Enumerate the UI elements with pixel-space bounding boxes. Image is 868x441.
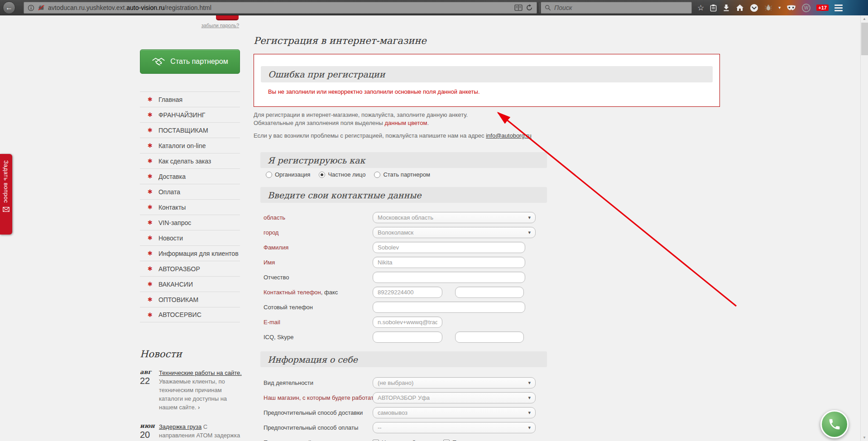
sidebar-item[interactable]: ✱ОПТОВИКАМ <box>140 292 240 307</box>
radio-button[interactable] <box>374 172 380 178</box>
clipboard-icon[interactable] <box>710 4 717 12</box>
notification-badge[interactable]: +17 <box>816 5 829 11</box>
checkbox-option[interactable]: ✓Подтверждение заказов <box>443 439 518 441</box>
gear-icon: ✱ <box>148 173 153 179</box>
menu-hamburger-icon[interactable] <box>834 5 843 11</box>
sidebar-item[interactable]: ✱АВТОРАЗБОР <box>140 261 240 276</box>
sidebar-item[interactable]: ✱VIN-запрос <box>140 215 240 230</box>
radio-button[interactable] <box>266 172 272 178</box>
about-form-rows: Вид деятельности(не выбрано)▾Наш магазин… <box>254 375 720 441</box>
login-button-partial[interactable] <box>216 15 239 20</box>
extension-dropdown-caret[interactable]: ▾ <box>778 5 781 10</box>
search-placeholder: Поиск <box>554 4 572 11</box>
checkbox-option[interactable]: ✓Новости сайта <box>373 439 422 441</box>
ask-question-label: Задать вопрос <box>3 160 10 203</box>
dropdown-select[interactable]: самовывоз▾ <box>373 407 536 418</box>
url-bar[interactable]: avtoducan.ru.yushketov.ext.auto-vision.r… <box>24 2 537 14</box>
sidebar-item[interactable]: ✱ВАКАНСИИ <box>140 276 240 292</box>
mask-adblock-icon[interactable] <box>786 5 796 11</box>
field-label: E-mail <box>264 319 373 326</box>
scroll-up-icon[interactable]: ▲ <box>861 17 868 21</box>
checkbox[interactable]: ✓ <box>443 440 450 441</box>
text-input-secondary[interactable] <box>455 331 524 343</box>
sidebar-item-label: Главная <box>158 96 182 103</box>
sidebar-item[interactable]: ✱ФРАНЧАЙЗИНГ <box>140 107 240 122</box>
form-row: Имя <box>254 255 720 270</box>
text-input[interactable] <box>373 272 525 283</box>
section-register-as: Я регистрируюсь как <box>260 152 547 168</box>
news-date: авг22 <box>140 369 155 412</box>
radio-option[interactable]: Частное лицо <box>319 171 365 178</box>
reader-mode-icon[interactable] <box>514 5 523 11</box>
field-label: Предпочтительный способ доставки <box>264 409 373 416</box>
gear-icon: ✱ <box>148 204 153 210</box>
field-area <box>373 242 525 253</box>
dropdown-select[interactable]: --▾ <box>373 422 536 433</box>
dropdown-select[interactable]: (не выбрано)▾ <box>373 377 536 388</box>
form-row: Контактный телефон, факс <box>254 285 720 300</box>
sidebar-item[interactable]: ✱Главная <box>140 91 240 107</box>
phone-icon <box>828 417 841 431</box>
news-link[interactable]: Технические работы на сайте. <box>159 369 242 376</box>
error-box: Ошибка при регистрации Вы не заполнили и… <box>254 54 720 107</box>
news-link[interactable]: Задержка груза <box>159 423 201 430</box>
sidebar-item[interactable]: ✱Новости <box>140 230 240 245</box>
news-item: июн20Задержка груза С направления АТОМ з… <box>140 422 242 441</box>
become-partner-button[interactable]: Стать партнером <box>140 49 240 74</box>
toolbar-splitter[interactable] <box>537 3 540 13</box>
pocket-icon[interactable] <box>750 4 758 12</box>
dropdown-select[interactable]: Волоколамск▾ <box>373 227 536 238</box>
text-input[interactable] <box>373 331 442 343</box>
dropdown-value: -- <box>378 424 528 431</box>
checkbox[interactable]: ✓ <box>373 440 379 441</box>
text-input[interactable] <box>373 287 442 298</box>
sidebar-item[interactable]: ✱Оплата <box>140 184 240 199</box>
text-input-secondary[interactable] <box>455 287 524 298</box>
field-label: область <box>264 214 373 221</box>
text-input[interactable] <box>373 302 525 313</box>
site-info-icon[interactable] <box>28 5 34 11</box>
callback-phone-button[interactable] <box>820 410 849 438</box>
url-text[interactable]: avtoducan.ru.yushketov.ext.auto-vision.r… <box>48 4 211 11</box>
gear-icon: ✱ <box>148 143 153 149</box>
sidebar-item[interactable]: ✱Контакты <box>140 199 240 215</box>
form-row: Отчество <box>254 270 720 285</box>
reload-icon[interactable] <box>526 4 533 11</box>
plugin-blocked-icon[interactable] <box>38 5 45 11</box>
radio-button[interactable] <box>319 172 325 178</box>
page-scrollbar[interactable]: ▲ ▼ <box>860 15 868 441</box>
text-input[interactable] <box>373 316 442 328</box>
scrollbar-thumb[interactable] <box>861 23 868 55</box>
gear-icon: ✱ <box>148 235 153 241</box>
scroll-down-icon[interactable]: ▼ <box>861 436 868 440</box>
sidebar-item[interactable]: ✱ПОСТАВЩИКАМ <box>140 122 240 138</box>
download-icon[interactable] <box>723 4 730 11</box>
text-input[interactable] <box>373 242 525 253</box>
w-extension-icon[interactable]: W <box>802 4 810 12</box>
sidebar-item[interactable]: ✱Доставка <box>140 168 240 184</box>
back-button[interactable]: ← <box>3 1 15 14</box>
radio-option[interactable]: Стать партнером <box>374 171 430 178</box>
bookmark-star-icon[interactable]: ☆ <box>697 4 704 12</box>
home-icon[interactable] <box>736 4 744 11</box>
search-input[interactable]: Поиск <box>541 2 692 14</box>
radio-option[interactable]: Организация <box>266 171 310 178</box>
ask-question-tab[interactable]: Задать вопрос <box>0 154 12 235</box>
bug-extension-icon[interactable] <box>764 4 772 11</box>
gear-icon: ✱ <box>148 250 153 256</box>
sidebar-item[interactable]: ✱Как сделать заказ <box>140 153 240 168</box>
sidebar-item[interactable]: ✱Информация для клиентов <box>140 245 240 261</box>
forgot-password-link[interactable]: забыли пароль? <box>201 23 239 28</box>
text-input[interactable] <box>373 257 525 268</box>
gear-icon: ✱ <box>148 112 153 118</box>
dropdown-select[interactable]: Московская область▾ <box>373 212 536 223</box>
sidebar-item[interactable]: ✱АВТОСЕРВИС <box>140 307 240 322</box>
sidebar-item-label: ВАКАНСИИ <box>158 281 193 288</box>
dropdown-select[interactable]: АВТОРАЗБОР Уфа▾ <box>373 392 536 403</box>
search-icon <box>545 5 551 11</box>
gear-icon: ✱ <box>148 312 153 318</box>
sidebar-item[interactable]: ✱Каталоги on-line <box>140 138 240 153</box>
support-email-link[interactable]: info@autoborg.ru <box>486 132 532 139</box>
gear-icon: ✱ <box>148 127 153 133</box>
checkbox-label: Новости сайта <box>382 439 422 441</box>
